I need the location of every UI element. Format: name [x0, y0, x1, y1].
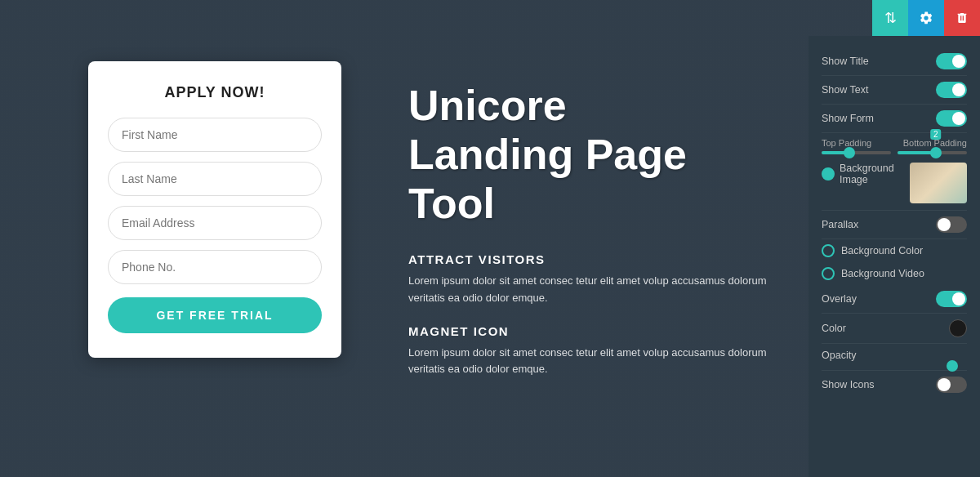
show-text-label: Show Text: [822, 84, 868, 96]
toggle-knob: [938, 218, 951, 231]
show-title-label: Show Title: [822, 56, 869, 67]
opacity-label: Opacity: [822, 350, 856, 361]
form-title: APPLY NOW!: [108, 84, 322, 101]
section1-text: Lorem ipsum dolor sit amet consec tetur …: [408, 273, 768, 305]
section2-heading: MAGNET ICON: [408, 324, 768, 338]
show-icons-toggle[interactable]: [936, 377, 967, 393]
submit-button[interactable]: GET FREE TRIAL: [108, 297, 322, 333]
bg-image-row: Background Image: [822, 156, 967, 211]
show-title-toggle[interactable]: [936, 53, 967, 69]
trash-icon: [956, 11, 969, 25]
delete-button[interactable]: [944, 0, 980, 36]
settings-panel: Show Title Show Text Show Form Top Paddi…: [808, 36, 980, 477]
toolbar: ⇅: [872, 0, 980, 36]
show-icons-row: Show Icons: [822, 371, 967, 399]
toggle-knob: [952, 292, 965, 305]
form-card: APPLY NOW! GET FREE TRIAL: [88, 61, 341, 358]
section2-text: Lorem ipsum dolor sit amet consec tetur …: [408, 345, 768, 377]
bg-color-row: Background Color: [822, 239, 967, 262]
color-label: Color: [822, 323, 846, 334]
phone-input[interactable]: [108, 250, 322, 284]
toggle-knob: [952, 55, 965, 68]
toggle-knob: [952, 83, 965, 96]
first-name-input[interactable]: [108, 118, 322, 152]
show-form-label: Show Form: [822, 113, 874, 124]
show-title-row: Show Title: [822, 47, 967, 76]
bg-video-label: Background Video: [841, 268, 924, 279]
section1-heading: ATTRACT VISITORS: [408, 252, 768, 266]
overlay-toggle[interactable]: [936, 291, 967, 307]
toggle-knob: [952, 112, 965, 125]
overlay-row: Overlay: [822, 285, 967, 314]
sliders-row: 2: [822, 151, 967, 154]
bg-color-label: Background Color: [841, 245, 923, 256]
bottom-padding-badge: 2: [930, 129, 942, 140]
last-name-input[interactable]: [108, 162, 322, 196]
top-padding-slider[interactable]: [822, 151, 891, 154]
color-swatch[interactable]: [949, 319, 967, 337]
show-icons-label: Show Icons: [822, 379, 875, 390]
bg-image-radio: Background Image: [822, 163, 910, 185]
color-row: Color: [822, 314, 967, 344]
bg-video-row: Background Video: [822, 262, 967, 285]
parallax-toggle[interactable]: [936, 216, 967, 233]
top-padding-label: Top Padding: [822, 138, 871, 148]
parallax-label: Parallax: [822, 219, 858, 230]
bg-image-thumbnail[interactable]: [910, 163, 967, 203]
email-input[interactable]: [108, 206, 322, 240]
main-title: Unicore Landing Page Tool: [408, 82, 768, 228]
overlay-label: Overlay: [822, 293, 857, 305]
bg-video-radio[interactable]: [822, 267, 835, 280]
bg-image-label: Background Image: [840, 163, 910, 185]
main-content: Unicore Landing Page Tool ATTRACT VISITO…: [408, 82, 768, 377]
padding-labels: Top Padding Bottom Padding: [822, 138, 967, 148]
gear-icon: [919, 11, 933, 25]
bottom-padding-slider[interactable]: 2: [898, 151, 967, 154]
settings-button[interactable]: [908, 0, 944, 36]
bg-image-radio-circle[interactable]: [822, 167, 835, 181]
transfer-button[interactable]: ⇅: [872, 0, 908, 36]
show-form-row: Show Form: [822, 105, 967, 133]
opacity-row: Opacity: [822, 344, 967, 371]
toggle-knob: [938, 378, 951, 391]
parallax-row: Parallax: [822, 211, 967, 239]
show-text-row: Show Text: [822, 76, 967, 105]
bg-color-radio[interactable]: [822, 244, 835, 257]
show-text-toggle[interactable]: [936, 82, 967, 98]
show-form-toggle[interactable]: [936, 110, 967, 127]
padding-section: Top Padding Bottom Padding 2: [822, 133, 967, 156]
